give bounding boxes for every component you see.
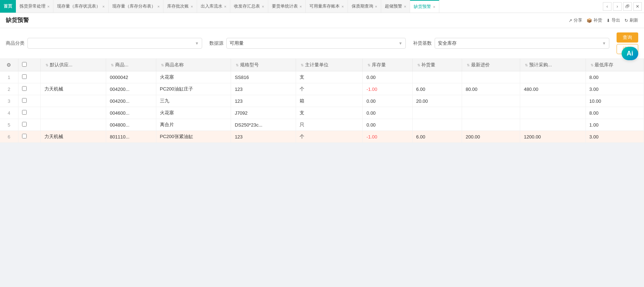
th-latest-price[interactable]: ⇅ 最新进价 [462, 59, 520, 71]
th-unit[interactable]: ⇅ 主计量单位 [296, 59, 363, 71]
row-estimated-purchase [520, 107, 586, 119]
row-checkbox-cell[interactable] [18, 131, 41, 143]
tab-in-out-flow[interactable]: 出入库流水 × [197, 0, 230, 13]
th-stock[interactable]: ⇅ 库存量 [363, 59, 412, 71]
th-default-supplier[interactable]: ⇅ 默认供应... [41, 59, 106, 71]
tab-restore-button[interactable]: 🗗 [623, 2, 632, 11]
tab-close-inventory-status[interactable]: × [102, 4, 104, 9]
tab-prev-button[interactable]: ‹ [603, 2, 612, 11]
tab-close-expiry-query[interactable]: × [375, 4, 377, 9]
th-min-stock[interactable]: ⇅ 最低库存 [586, 59, 644, 71]
tab-close-overstock-warning[interactable]: × [404, 4, 406, 9]
ai-badge[interactable]: Ai [622, 47, 638, 60]
th-settings[interactable]: ⚙ [0, 59, 18, 71]
row-product-name: 火花塞 [156, 107, 231, 119]
th-product-name[interactable]: ⇅ 商品名称 [156, 59, 231, 71]
row-latest-price [462, 95, 520, 107]
table-row: 6 力天机械 801110... PC200张紧油缸 123 个 -1.00 6… [0, 131, 644, 143]
row-product-name: PC200油缸庄子 [156, 83, 231, 95]
refresh-button[interactable]: ↻ 刷新 [625, 17, 638, 23]
table-row: 4 004600... 火花塞 J7092 支 0.00 8.00 [0, 107, 644, 119]
share-button[interactable]: ↗ 分享 [569, 17, 582, 23]
category-filter-label: 商品分类 [6, 40, 25, 47]
th-replenish-qty[interactable]: ⇅ 补货量 [412, 59, 462, 71]
tab-order-stats[interactable]: 要货单统计表 × [268, 0, 306, 13]
row-min-stock: 8.00 [586, 107, 644, 119]
tab-shortage-warning[interactable]: 缺货预警 × [410, 0, 439, 13]
row-product-code: 004800... [106, 119, 156, 131]
row-stock: -1.00 [363, 131, 412, 143]
row-product-name: 离合片 [156, 119, 231, 131]
row-number: 4 [0, 107, 18, 119]
row-product-code: 004200... [106, 83, 156, 95]
datasource-select[interactable]: 可用量 ▼ [226, 38, 406, 49]
row-default-supplier [41, 71, 106, 83]
th-label: 补货量 [421, 62, 435, 67]
th-label: 默认供应... [50, 62, 73, 67]
row-latest-price [462, 71, 520, 83]
gear-icon[interactable]: ⚙ [6, 62, 11, 68]
tab-home[interactable]: 首页 [0, 0, 16, 13]
category-select[interactable]: ▼ [27, 38, 202, 49]
tab-close-inventory-dist[interactable]: × [157, 4, 160, 9]
tab-close-collect-summary[interactable]: × [262, 4, 264, 9]
sort-icon: ⇅ [591, 63, 593, 67]
row-checkbox[interactable] [22, 86, 27, 91]
th-product-code[interactable]: ⇅ 商品... [106, 59, 156, 71]
th-checkbox[interactable] [18, 59, 41, 71]
th-spec[interactable]: ⇅ 规格型号 [231, 59, 296, 71]
row-checkbox[interactable] [22, 122, 27, 127]
row-product-code: 0000042 [106, 71, 156, 83]
query-button[interactable]: 查询 [617, 32, 638, 43]
row-checkbox[interactable] [22, 74, 27, 79]
sort-icon: ⇅ [301, 63, 304, 67]
row-checkbox[interactable] [22, 134, 27, 138]
row-stock: 0.00 [363, 107, 412, 119]
row-checkbox-cell[interactable] [18, 83, 41, 95]
tab-inventory-dist[interactable]: 现存量（库存分布表） × [109, 0, 164, 13]
tab-overstock-warning[interactable]: 超储预警 × [381, 0, 410, 13]
row-checkbox-cell[interactable] [18, 119, 41, 131]
select-all-checkbox[interactable] [22, 62, 27, 67]
row-min-stock: 10.00 [586, 95, 644, 107]
tab-batch-account[interactable]: 库存批次账 × [164, 0, 197, 13]
tab-nav-buttons: ‹ › 🗗 ✕ [601, 2, 644, 11]
th-label: 商品名称 [165, 62, 184, 67]
replenish-base-select[interactable]: 安全库存 ▼ [435, 38, 609, 49]
table-container: ⚙ ⇅ 默认供应... ⇅ 商品... ⇅ 商品名称 [0, 59, 644, 143]
row-checkbox-cell[interactable] [18, 107, 41, 119]
row-checkbox[interactable] [22, 98, 27, 103]
row-number: 2 [0, 83, 18, 95]
row-checkbox[interactable] [22, 110, 27, 115]
page-title: 缺货预警 [6, 17, 569, 24]
sort-icon: ⇅ [417, 63, 420, 67]
row-checkbox-cell[interactable] [18, 71, 41, 83]
tab-collect-summary[interactable]: 收发存汇总表 × [230, 0, 268, 13]
tab-close-order-stats[interactable]: × [300, 4, 302, 9]
row-stock: 0.00 [363, 119, 412, 131]
tab-close-batch-account[interactable]: × [191, 4, 193, 9]
row-replenish-qty [412, 71, 462, 83]
table-body: 1 0000042 火花塞 SS816 支 0.00 8.00 2 力天机械 0… [0, 71, 644, 143]
export-button[interactable]: ⬇ 导出 [606, 17, 620, 23]
replenish-label: 补货 [593, 17, 602, 23]
th-estimated-purchase[interactable]: ⇅ 预计采购... [520, 59, 586, 71]
row-unit: 个 [296, 131, 363, 143]
replenish-button[interactable]: 📦 补货 [587, 17, 602, 23]
tab-close-shortage-warning[interactable]: × [433, 5, 435, 9]
table-row: 2 力天机械 004200... PC200油缸庄子 123 个 -1.00 6… [0, 83, 644, 95]
sort-icon: ⇅ [236, 63, 239, 67]
tab-available-ledger[interactable]: 可用量库存账本 × [306, 0, 348, 13]
tab-close-in-out-flow[interactable]: × [224, 4, 226, 9]
tab-inventory-status[interactable]: 现存量（库存状况表） × [53, 0, 108, 13]
row-estimated-purchase: 1200.00 [520, 131, 586, 143]
row-unit: 只 [296, 119, 363, 131]
row-spec: J7092 [231, 107, 296, 119]
tab-close-all-button[interactable]: ✕ [633, 2, 642, 11]
tab-expiry-query[interactable]: 保质期查询 × [348, 0, 381, 13]
tab-close-available-ledger[interactable]: × [341, 4, 344, 9]
tab-close-error-handling[interactable]: × [47, 4, 49, 9]
row-checkbox-cell[interactable] [18, 95, 41, 107]
tab-error-handling[interactable]: 拣货异常处理 × [16, 0, 53, 13]
tab-next-button[interactable]: › [613, 2, 622, 11]
